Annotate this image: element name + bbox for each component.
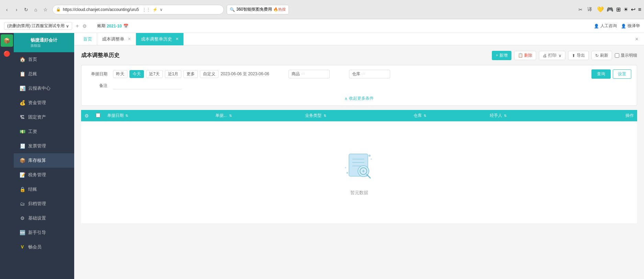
sidebar-item-home[interactable]: 🏠 首页 [14,52,74,67]
col-doc-no[interactable]: 单据... ⇅ [212,110,302,121]
print-btn[interactable]: 🖨 🖨 打印 打印 ∨ [539,51,565,60]
sidebar-item-inventory[interactable]: 📦 库存核算 [14,153,74,168]
export-btn[interactable]: ⬆ 导出 [568,51,589,60]
query-btn[interactable]: 查询 [591,69,611,79]
address-bar[interactable]: 🔒 https://cloud.chanjet.com/accounting/u… [52,5,224,14]
settings-gear-icon[interactable]: ⚙ [82,23,87,29]
select-all-checkbox[interactable] [96,113,100,118]
page-content: 成本调整单历史 + 新增 📋 删除 🖨 🖨 打印 打印 ∨ ⬆ 导出 [74,45,644,279]
last7-btn[interactable]: 近7天 [146,70,163,78]
home-button[interactable]: ⌂ [32,5,40,14]
remark-input[interactable] [113,82,182,89]
menu-icon[interactable]: ≡ [638,7,641,13]
col-biz-type[interactable]: 业务类型 ⇅ [302,110,410,121]
strip-icon-1[interactable]: 🔴 [1,47,13,60]
sidebar-item-settings[interactable]: ⚙ 基础设置 [14,211,74,225]
table-gear-icon[interactable]: ⚙ [84,113,89,119]
history-icon[interactable]: ↩ [631,6,635,13]
customer-service-btn[interactable]: 👤 人工咨询 [594,23,617,29]
col-handler[interactable]: 经手人 ⇅ [486,110,579,121]
tab-history-close[interactable]: ✕ [176,37,179,41]
strip-icon-active[interactable]: 📦 [1,34,13,47]
wallet-icon[interactable]: 💛 [597,6,604,13]
tab-cost-adjust-close[interactable]: ✕ [128,37,131,41]
game-icon[interactable]: 🎮 [607,6,613,13]
delete-btn[interactable]: 📋 删除 [514,51,536,60]
sidebar-item-funds[interactable]: 💰 资金管理 [14,96,74,110]
more-btn[interactable]: 更多 [183,70,198,78]
ledger-icon: 📋 [19,71,25,77]
col-warehouse[interactable]: 仓库 ⇅ [410,110,486,121]
company-name: (勿删勿禁用) 江西服宝测试专用 [7,23,65,29]
custom-btn[interactable]: 自定义 [200,70,218,78]
sidebar-item-guide[interactable]: 🆕 新手引导 [14,225,74,240]
tab-close-all[interactable]: ✕ [634,36,640,42]
logo-sub: 旗舰版 [31,43,57,48]
last-month-btn[interactable]: 近1月 [165,70,182,78]
today-btn[interactable]: 今天 [129,70,144,78]
search-bar[interactable]: 🔍 360智能抠图免费用 🔥热搜 [227,5,289,14]
inventory-icon: 📦 [19,158,25,163]
col-date[interactable]: 单据日期 ⇅ [104,110,212,121]
tab-home[interactable]: 首页 [78,33,97,45]
print-icon: 🖨 [543,53,547,58]
sidebar-item-closing[interactable]: 🔒 结账 [14,182,74,197]
lightning-icon: ⚡ [152,7,158,12]
company-selector[interactable]: (勿删勿禁用) 江西服宝测试专用 ∨ [4,22,72,30]
biztype-sort-icon: ⇅ [324,114,326,118]
sidebar-label-vip: 畅会员 [28,244,42,250]
star-button[interactable]: ☆ [41,5,49,14]
scissors-icon[interactable]: ✂ [578,7,583,12]
table-checkbox-col [92,110,104,121]
tab-cost-adjust[interactable]: 成本调整单 ✕ [97,33,136,45]
new-btn[interactable]: + 新增 [492,51,511,60]
back-button[interactable]: ‹ [3,5,11,14]
export-icon: ⬆ [572,53,575,58]
sidebar-label-tax: 税务管理 [28,172,46,178]
sidebar-item-reports[interactable]: 📊 云报表中心 [14,81,74,96]
browser-right-controls: ✂ 译 💛 🎮 ⊞ ☀ ↩ ≡ [578,6,641,13]
user-menu[interactable]: 👤 徐泽华 [621,23,640,29]
assets-icon: 🏗 [19,114,25,120]
calendar-icon[interactable]: 📅 [123,24,128,29]
sidebar-item-assets[interactable]: 🏗 固定资产 [14,110,74,124]
add-company-btn[interactable]: + [76,23,79,29]
address-bar-chevron[interactable]: ∨ [160,7,163,12]
svg-point-12 [345,167,346,168]
sidebar-item-invoice[interactable]: 🧾 发票管理 [14,139,74,153]
warehouse-label: 仓库 [352,71,360,77]
reload-button[interactable]: ↻ [22,5,30,14]
col-warehouse-label: 仓库 [414,113,422,118]
tab-bar: 首页 成本调整单 ✕ 成本调整单历史 ✕ ✕ [74,33,644,45]
goods-label: 商品 [292,71,300,77]
print-dropdown-icon[interactable]: ∨ [558,53,562,58]
sidebar-item-vip[interactable]: V 畅会员 [14,240,74,254]
goods-dots: ··· [301,72,305,76]
collapse-btn[interactable]: ∧ 收起更多条件 [344,96,374,101]
display-detail-checkbox[interactable] [615,53,619,58]
grid-icon[interactable]: ⊞ [616,6,621,13]
tab-cost-adjust-history[interactable]: 成本调整单历史 ✕ [136,33,184,45]
sidebar-label-funds: 资金管理 [28,100,46,106]
filter-settings-btn[interactable]: 设置 [613,69,631,79]
display-toggle: 显示明细 [615,53,637,58]
date-sort-icon: ⇅ [125,114,128,118]
sidebar-logo: 畅捷通好会计 旗舰版 [14,33,74,52]
sidebar-item-archive[interactable]: 🗂 归档管理 [14,197,74,211]
content-area: 首页 成本调整单 ✕ 成本调整单历史 ✕ ✕ 成本调整单历史 + 新增 📋 删除 [74,33,644,279]
forward-button[interactable]: › [12,5,21,14]
sidebar-item-tax[interactable]: 📝 税务管理 [14,168,74,182]
tab-cost-adjust-label: 成本调整单 [102,36,124,42]
collapse-icon: ∧ [344,96,348,101]
vip-icon: V [19,245,25,249]
sidebar-item-payroll[interactable]: 💵 工资 [14,124,74,139]
yesterday-btn[interactable]: 昨天 [113,70,127,78]
theme-icon[interactable]: ☀ [623,6,628,13]
goods-filter[interactable]: 商品 ··· [289,70,330,78]
tab-home-label: 首页 [83,36,92,42]
warehouse-filter[interactable]: 仓库 ··· [349,70,390,78]
home-icon: 🏠 [19,57,25,62]
sidebar-item-ledger[interactable]: 📋 总账 [14,67,74,81]
refresh-btn[interactable]: ↻ 刷新 [591,51,612,60]
translate-icon[interactable]: 译 [585,6,594,13]
